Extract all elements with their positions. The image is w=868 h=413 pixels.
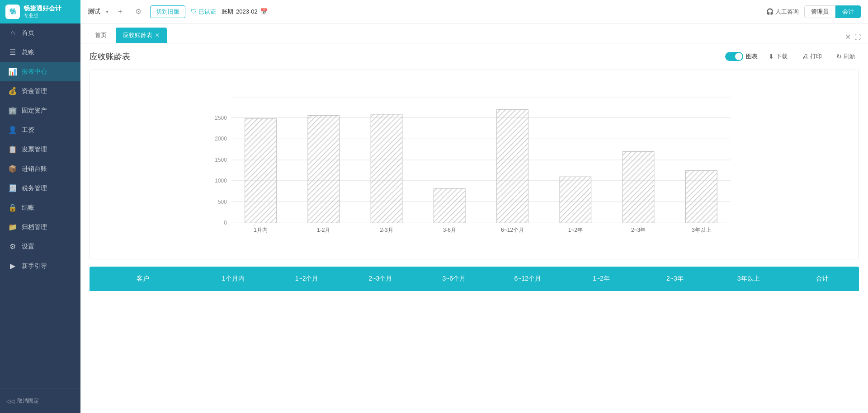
svg-text:2~3年: 2~3年: [631, 227, 646, 233]
sidebar-item-settings[interactable]: ⚙ 设置: [0, 237, 80, 256]
sidebar-item-inventory[interactable]: 📦 进销台账: [0, 159, 80, 178]
sidebar-item-label: 首页: [22, 29, 34, 37]
sidebar-item-label: 归档管理: [22, 223, 47, 231]
page-header: 应收账龄表 图表 ⬇ 下载 🖨 打印: [90, 51, 859, 62]
role-btn[interactable]: 会计: [835, 5, 861, 18]
svg-text:2500: 2500: [215, 115, 227, 121]
archive-icon: 📁: [8, 223, 17, 231]
tab-close-icon[interactable]: ✕: [155, 32, 160, 38]
page-actions: 图表 ⬇ 下载 🖨 打印 ↻ 刷新: [725, 51, 859, 62]
table-col-1-2y: 1~2年: [565, 275, 638, 283]
refresh-btn[interactable]: ↻ 刷新: [833, 51, 859, 62]
print-label: 打印: [810, 52, 822, 61]
svg-rect-24: [560, 177, 591, 223]
table-col-3-6m: 3~6个月: [417, 275, 491, 283]
sidebar-item-assets[interactable]: 🏢 固定资产: [0, 101, 80, 120]
download-icon: ⬇: [769, 53, 774, 60]
home-icon: ⌂: [8, 29, 17, 37]
inventory-icon: 📦: [8, 164, 17, 173]
table-col-1m: 1个月内: [196, 275, 270, 283]
table-col-1-2m: 1~2个月: [270, 275, 344, 283]
toggle-thumb: [735, 53, 742, 60]
ledger-icon: ☰: [8, 48, 17, 56]
invoice-icon: 📋: [8, 145, 17, 154]
svg-text:2-3月: 2-3月: [380, 227, 393, 233]
tab-home[interactable]: 首页: [88, 28, 114, 43]
sidebar-item-tax[interactable]: 🧾 税务管理: [0, 178, 80, 198]
svg-rect-16: [308, 116, 340, 223]
switch-old-version-btn[interactable]: 切到旧版: [150, 5, 185, 18]
svg-rect-28: [686, 170, 717, 223]
module-name: 测试: [88, 8, 100, 16]
svg-text:1~2年: 1~2年: [568, 227, 583, 233]
svg-text:0: 0: [224, 220, 227, 226]
table-col-customer: 客户: [90, 275, 196, 283]
table-col-2-3m: 2~3个月: [344, 275, 417, 283]
sidebar-item-ledger[interactable]: ☰ 总账: [0, 42, 80, 62]
svg-text:2000: 2000: [215, 136, 227, 142]
period-label: 账期: [222, 8, 233, 16]
settings-icon: ⚙: [8, 242, 17, 251]
table-col-6-12m: 6~12个月: [491, 275, 565, 283]
sidebar-item-payroll[interactable]: 👤 工资: [0, 120, 80, 140]
table-header: 客户 1个月内 1~2个月 2~3个月 3~6个月 6~12个月 1~2年 2~…: [90, 267, 859, 291]
tab-receivable-aging[interactable]: 应收账龄表 ✕: [116, 28, 167, 43]
expand-icon[interactable]: ⛶: [854, 33, 861, 41]
bar-chart: 0 500 1000 1500 2000 2500 1月内: [99, 79, 849, 250]
sidebar-logo: 畅 畅捷通好会计 专业版: [0, 0, 80, 23]
sidebar-item-label: 总账: [22, 48, 34, 56]
chart-toggle[interactable]: 图表: [725, 52, 758, 61]
sidebar-item-archive[interactable]: 📁 归档管理: [0, 217, 80, 237]
svg-rect-18: [371, 114, 402, 223]
sidebar-item-guide[interactable]: ▶ 新手引导: [0, 256, 80, 276]
svg-text:1500: 1500: [215, 157, 227, 163]
user-btn[interactable]: 管理员: [804, 5, 835, 18]
cancel-fixed-btn[interactable]: ◁◁ 取消固定: [0, 394, 80, 408]
user-role-btns: 管理员 会计: [804, 5, 861, 18]
sidebar-item-label: 固定资产: [22, 107, 47, 115]
svg-rect-20: [434, 188, 465, 223]
logo-icon: 畅: [5, 5, 20, 19]
sidebar-item-reports[interactable]: 📊 报表中心: [0, 62, 80, 81]
refresh-label: 刷新: [844, 52, 855, 61]
app-name: 畅捷通好会计: [24, 5, 61, 12]
tab-active-label: 应收账龄表: [123, 31, 152, 39]
headset-icon: 🎧: [766, 8, 774, 15]
toggle-label: 图表: [746, 52, 758, 61]
sidebar-item-close[interactable]: 🔒 结账: [0, 198, 80, 217]
table-col-3y-plus: 3年以上: [712, 275, 785, 283]
pin-icon: ◁◁: [6, 398, 14, 404]
topbar-settings-icon[interactable]: ⚙: [132, 5, 145, 18]
print-icon: 🖨: [802, 53, 808, 60]
close-icon[interactable]: ✕: [845, 33, 851, 41]
chart-container: 0 500 1000 1500 2000 2500 1月内: [90, 70, 859, 259]
app-edition: 专业版: [24, 12, 61, 19]
table-col-2-3y: 2~3年: [638, 275, 712, 283]
calendar-icon[interactable]: 📅: [260, 8, 268, 15]
shield-icon: 🛡: [191, 8, 197, 15]
add-module-icon[interactable]: ＋: [114, 5, 127, 18]
print-btn[interactable]: 🖨 打印: [798, 51, 826, 62]
module-dropdown-icon[interactable]: ▾: [106, 9, 108, 15]
consult-btn[interactable]: 🎧 人工咨询: [766, 8, 799, 16]
main-area: 测试 ▾ ＋ ⚙ 切到旧版 🛡 已认证 账期 2023-02 📅 🎧 人工咨询 …: [80, 0, 868, 413]
sidebar-item-invoice[interactable]: 📋 发票管理: [0, 140, 80, 159]
sidebar-nav: ⌂ 首页 ☰ 总账 📊 报表中心 💰 资金管理 🏢 固定资产 👤 工资 📋 发票…: [0, 23, 80, 389]
sidebar-item-home[interactable]: ⌂ 首页: [0, 23, 80, 42]
content-area: 应收账龄表 图表 ⬇ 下载 🖨 打印: [80, 43, 868, 413]
period-display: 账期 2023-02 📅: [222, 8, 268, 16]
svg-text:1000: 1000: [215, 178, 227, 184]
topbar: 测试 ▾ ＋ ⚙ 切到旧版 🛡 已认证 账期 2023-02 📅 🎧 人工咨询 …: [80, 0, 868, 23]
sidebar-bottom: ◁◁ 取消固定: [0, 389, 80, 413]
sidebar-item-funds[interactable]: 💰 资金管理: [0, 81, 80, 101]
funds-icon: 💰: [8, 87, 17, 95]
download-btn[interactable]: ⬇ 下载: [765, 51, 791, 62]
payroll-icon: 👤: [8, 126, 17, 134]
toggle-track[interactable]: [725, 52, 743, 61]
svg-text:1月内: 1月内: [254, 227, 268, 233]
cancel-fixed-label: 取消固定: [17, 397, 39, 405]
assets-icon: 🏢: [8, 106, 17, 115]
sidebar-item-label: 进销台账: [22, 165, 47, 173]
close-ledger-icon: 🔒: [8, 203, 17, 212]
svg-rect-26: [623, 151, 654, 223]
